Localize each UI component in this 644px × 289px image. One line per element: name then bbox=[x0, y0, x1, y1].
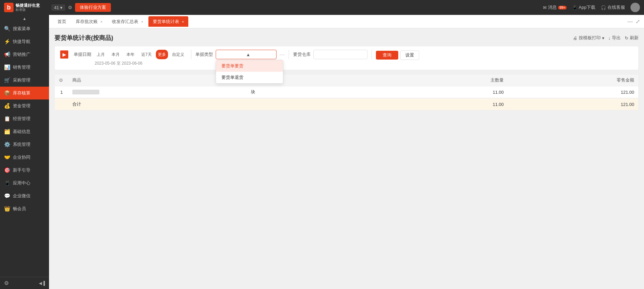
date-btn-custom[interactable]: 自定义 bbox=[169, 50, 187, 59]
dropdown-item-return[interactable]: 要货单退货 bbox=[216, 72, 283, 83]
sidebar-item-wechat[interactable]: 💬 企业微信 bbox=[0, 190, 49, 202]
sidebar-item-purchase[interactable]: 🛒 采购管理 bbox=[0, 74, 49, 87]
tab-collection-summary[interactable]: 收发存汇总表 × bbox=[108, 16, 147, 27]
tab-collection-summary-close[interactable]: × bbox=[141, 20, 143, 24]
trial-btn[interactable]: 体验行业方案 bbox=[75, 3, 111, 12]
print-btn[interactable]: 🖨 按模板打印 ▾ bbox=[573, 35, 604, 41]
dropdown-item-goods-label: 要货单要货 bbox=[221, 63, 243, 68]
sidebar-label-enterprise: 企业协同 bbox=[13, 154, 30, 160]
purchase-icon: 🛒 bbox=[4, 77, 10, 83]
table-gear-icon[interactable]: ⚙ bbox=[59, 77, 63, 83]
filter-section: 单据日期 上月 本月 本年 近7天 更多 自定义 2023-05-06 至 20… bbox=[74, 50, 633, 66]
sidebar-label-guide: 新手引导 bbox=[13, 167, 30, 173]
sidebar-label-app-center: 应用中心 bbox=[13, 180, 30, 186]
settings-icon[interactable]: ⚙ bbox=[68, 5, 72, 10]
date-btn-7days[interactable]: 近7天 bbox=[139, 50, 154, 59]
sidebar-label-quick-nav: 快捷导航 bbox=[13, 39, 30, 45]
message-icon: ✉ bbox=[543, 5, 547, 10]
more-options-icon[interactable]: ⋯ bbox=[279, 51, 285, 58]
tab-order-summary-close[interactable]: × bbox=[182, 20, 184, 24]
query-btn[interactable]: 查询 bbox=[376, 51, 398, 60]
sidebar-footer: ⚙ ◀▐ bbox=[0, 277, 49, 289]
sidebar-label-basic-info: 基础信息 bbox=[13, 129, 30, 135]
guide-icon: 🎯 bbox=[4, 167, 10, 173]
logo-icon: b bbox=[4, 3, 14, 12]
sidebar-item-app-center[interactable]: 📱 应用中心 bbox=[0, 177, 49, 190]
messages-label: 消息 bbox=[548, 4, 557, 10]
header-right: ✉ 消息 99+ 📱 App下载 🎧 在线客服 bbox=[543, 3, 640, 12]
sidebar-item-sales[interactable]: 📊 销售管理 bbox=[0, 61, 49, 74]
sidebar-settings-icon[interactable]: ⚙ bbox=[4, 280, 9, 286]
inventory-icon: 📦 bbox=[4, 90, 10, 96]
export-btn[interactable]: ↓ 导出 bbox=[609, 35, 621, 41]
table-row: 1 块 11.00 121.00 bbox=[55, 86, 638, 98]
warehouse-input[interactable] bbox=[313, 50, 367, 59]
sidebar-label-system: 系统管理 bbox=[13, 141, 30, 148]
cell-amount: 121.00 bbox=[508, 86, 638, 98]
expand-filter-btn[interactable]: ▶ bbox=[60, 50, 68, 59]
date-btn-this-year[interactable]: 本年 bbox=[124, 50, 137, 59]
filter-settings-btn[interactable]: 设置 bbox=[400, 50, 419, 60]
voucher-type-caret-icon: ▲ bbox=[246, 52, 273, 57]
voucher-type-input[interactable]: ▲ bbox=[216, 50, 277, 59]
app-title: 畅捷通好生意 bbox=[16, 3, 40, 8]
sidebar-scroll-up[interactable]: ▲ bbox=[0, 15, 49, 22]
tab-inventory-batch-close[interactable]: × bbox=[100, 20, 102, 24]
app-subtitle: 标准版 bbox=[16, 8, 40, 12]
messages-btn[interactable]: ✉ 消息 99+ bbox=[543, 4, 567, 10]
date-btn-more[interactable]: 更多 bbox=[156, 50, 168, 59]
tab-home[interactable]: 首页 bbox=[53, 16, 71, 27]
tab-expand-btn[interactable]: ⤢ bbox=[636, 18, 640, 25]
search-icon: 🔍 bbox=[4, 26, 10, 32]
sidebar-label-operation: 经营管理 bbox=[13, 116, 30, 122]
sidebar-item-quick-nav[interactable]: ⚡ 快捷导航 bbox=[0, 35, 49, 48]
refresh-label: 刷新 bbox=[630, 35, 639, 41]
toolbar-btns: 查询 设置 bbox=[376, 50, 419, 60]
refresh-icon: ↻ bbox=[625, 36, 628, 41]
date-btn-this-month[interactable]: 本月 bbox=[109, 50, 122, 59]
tab-minimize-btn[interactable]: — bbox=[627, 19, 633, 25]
sidebar-item-system[interactable]: ⚙️ 系统管理 bbox=[0, 138, 49, 151]
sidebar-item-guide[interactable]: 🎯 新手引导 bbox=[0, 164, 49, 177]
footer-label: 合计 bbox=[68, 98, 247, 110]
voucher-type-dropdown: 要货单要货 要货单退货 bbox=[216, 60, 283, 84]
export-icon: ↓ bbox=[609, 36, 611, 41]
sidebar-item-search[interactable]: 🔍 搜索菜单 bbox=[0, 22, 49, 35]
filter-divider-2 bbox=[289, 50, 289, 59]
tab-order-summary-label: 要货单统计表 bbox=[153, 19, 179, 25]
sidebar-label-marketing: 营销推广 bbox=[13, 51, 30, 58]
footer-quantity: 11.00 bbox=[400, 98, 508, 110]
sidebar-label-wechat: 企业微信 bbox=[13, 193, 30, 199]
sidebar-item-member[interactable]: 👑 畅会员 bbox=[0, 202, 49, 215]
sidebar-label-search: 搜索菜单 bbox=[13, 26, 30, 32]
dropdown-item-goods[interactable]: 要货单要货 bbox=[216, 60, 283, 72]
sidebar-label-member: 畅会员 bbox=[13, 206, 26, 212]
dropdown-caret-icon: ▾ bbox=[60, 5, 63, 10]
sidebar-item-operation[interactable]: 📋 经营管理 bbox=[0, 112, 49, 125]
print-caret-icon: ▾ bbox=[602, 36, 604, 41]
app-download-btn[interactable]: 📱 App下载 bbox=[572, 4, 595, 10]
system-icon: ⚙️ bbox=[4, 141, 10, 148]
sidebar-item-finance[interactable]: 💰 资金管理 bbox=[0, 99, 49, 112]
col-product-label: 商品 bbox=[72, 77, 81, 83]
sidebar-item-marketing[interactable]: 📢 营销推广 bbox=[0, 48, 49, 61]
footer-settings-col bbox=[55, 98, 68, 110]
sidebar-item-inventory[interactable]: 📦 库存核算 bbox=[0, 87, 49, 99]
enterprise-icon: 🤝 bbox=[4, 154, 10, 160]
avatar[interactable] bbox=[630, 3, 640, 12]
refresh-btn[interactable]: ↻ 刷新 bbox=[625, 35, 639, 41]
service-btn[interactable]: 🎧 在线客服 bbox=[601, 4, 625, 10]
marketing-icon: 📢 bbox=[4, 51, 10, 58]
cell-seq: 1 bbox=[55, 86, 68, 98]
sidebar-collapse-btn[interactable]: ◀▐ bbox=[39, 281, 45, 286]
tab-inventory-batch[interactable]: 库存批次账 × bbox=[71, 16, 107, 27]
footer-unit bbox=[247, 98, 400, 110]
sidebar-item-enterprise[interactable]: 🤝 企业协同 bbox=[0, 151, 49, 164]
workspace-dropdown[interactable]: 41 ▾ bbox=[51, 4, 65, 11]
tab-order-summary[interactable]: 要货单统计表 × bbox=[148, 16, 188, 27]
sidebar-label-finance: 资金管理 bbox=[13, 103, 30, 109]
filter-divider bbox=[191, 50, 191, 59]
sidebar-label-inventory: 库存核算 bbox=[13, 90, 30, 96]
sidebar-item-basic-info[interactable]: 🗂️ 基础信息 bbox=[0, 125, 49, 138]
date-btn-last-month[interactable]: 上月 bbox=[94, 50, 108, 59]
